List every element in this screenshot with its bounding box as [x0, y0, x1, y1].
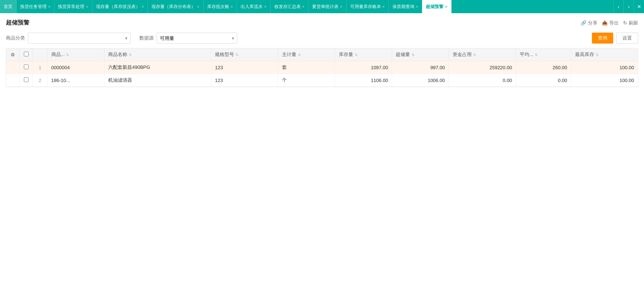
share-icon: 🔗 [581, 20, 586, 26]
datasource-select[interactable]: 可用量 [157, 33, 237, 44]
row-unit: 套 [278, 61, 335, 74]
page-header: 超储预警 🔗 分享 📤 导出 ↻ 刷新 [6, 19, 638, 27]
row-product-name: 六配套新昌490BPG [105, 61, 211, 74]
nav-tab-label: 可用量库存账本 [350, 4, 381, 10]
page-container: 超储预警 🔗 分享 📤 导出 ↻ 刷新 商品分类 ▾ [0, 13, 644, 293]
nav-tab-label: 超储预警 [426, 4, 443, 10]
sort-capital-icon: ⇅ [473, 53, 476, 57]
nav-tab-quality-check[interactable]: 保质期查询× [389, 0, 422, 13]
nav-tab-label: 要货单统计表 [312, 4, 339, 10]
th-gear[interactable]: ⚙ [6, 48, 19, 61]
nav-tab-overstock-warning[interactable]: 超储预警× [422, 0, 451, 13]
row-max-stock: 100.00 [571, 61, 638, 74]
header-actions: 🔗 分享 📤 导出 ↻ 刷新 [581, 20, 638, 26]
close-tab-icon[interactable]: × [340, 4, 342, 9]
sort-product-code-icon: ⇅ [66, 53, 69, 57]
page-title: 超储预警 [6, 19, 29, 27]
query-button[interactable]: 查询 [592, 33, 613, 44]
sort-avg-icon: ⇅ [535, 53, 538, 57]
share-action[interactable]: 🔗 分享 [581, 20, 597, 26]
th-overstock[interactable]: 超储量 ⇅ [392, 48, 449, 61]
nav-tab-exception[interactable]: 拣货异常处理× [54, 0, 92, 13]
close-tab-icon[interactable]: × [416, 4, 418, 9]
row-avg: 0.00 [516, 74, 571, 87]
nav-tab-stock-dist[interactable]: 现存量（库存分布表）× [148, 0, 203, 13]
table-body: 1 0000004 六配套新昌490BPG 123 套 1097.00 997.… [6, 61, 638, 87]
refresh-icon: ↻ [623, 20, 627, 26]
nav-tab-inout-flow[interactable]: 出入库流水× [237, 0, 270, 13]
th-product-name[interactable]: 商品名称 ⇅ [105, 48, 211, 61]
filter-row: 商品分类 ▾ 数据源 可用量 ▾ 查询 设置 [6, 33, 638, 44]
th-product-code[interactable]: 商品... ⇅ [47, 48, 105, 61]
th-stock[interactable]: 库存量 ⇅ [335, 48, 392, 61]
close-tab-icon[interactable]: × [383, 4, 385, 9]
nav-tab-label: 现存量（库存状况表） [96, 4, 140, 10]
row-capital: 0.00 [449, 74, 516, 87]
th-capital[interactable]: 资金占用 ⇅ [449, 48, 516, 61]
nav-tab-stock-status[interactable]: 现存量（库存状况表）× [92, 0, 148, 13]
close-tab-icon[interactable]: × [264, 4, 266, 9]
category-filter-group: 商品分类 ▾ [6, 33, 131, 44]
row-spec: 123 [211, 61, 278, 74]
sort-product-name-icon: ⇅ [129, 53, 132, 57]
sort-max-stock-icon: ⇅ [596, 53, 599, 57]
th-spec[interactable]: 规格型号 ⇅ [211, 48, 278, 61]
nav-tab-avail-ledger[interactable]: 可用量库存账本× [347, 0, 389, 13]
select-all-checkbox[interactable] [24, 52, 29, 56]
sort-unit-icon: ⇅ [298, 53, 301, 57]
nav-tab-label: 保质期查询 [392, 4, 414, 10]
sort-spec-icon: ⇅ [235, 53, 238, 57]
nav-right-arrow[interactable]: › [623, 0, 634, 13]
nav-arrows: ‹ › ✕ [613, 0, 644, 13]
close-tab-icon[interactable]: × [302, 4, 304, 9]
nav-tab-label: 出入库流水 [241, 4, 263, 10]
close-tab-icon[interactable]: × [86, 4, 88, 9]
sort-stock-icon: ⇅ [355, 53, 358, 57]
close-tab-icon[interactable]: × [142, 4, 144, 9]
table-row: 2 186-10... 机油滤清器 123 个 1106.00 1006.00 … [6, 74, 638, 87]
data-table: ⚙ 商品... ⇅ 商品名称 [6, 48, 638, 87]
th-checkbox[interactable] [19, 48, 33, 61]
row-index-cell: 1 [33, 61, 47, 74]
row-stock: 1097.00 [335, 61, 392, 74]
export-action[interactable]: 📤 导出 [602, 20, 619, 26]
filter-actions: 查询 设置 [592, 33, 638, 44]
nav-tab-home[interactable]: 首页 [0, 0, 17, 13]
nav-tab-recv-send[interactable]: 收发存汇总表× [271, 0, 308, 13]
gear-icon: ⚙ [11, 52, 15, 58]
close-tab-icon[interactable]: × [445, 4, 447, 9]
nav-tab-order-stat[interactable]: 要货单统计表× [308, 0, 346, 13]
row-product-name: 机油滤清器 [105, 74, 211, 87]
row-checkbox-cell[interactable] [19, 61, 33, 74]
row-checkbox[interactable] [24, 64, 29, 69]
row-checkbox-cell[interactable] [19, 74, 33, 87]
nav-tab-label: 首页 [4, 4, 12, 10]
category-select[interactable] [28, 33, 131, 44]
th-avg[interactable]: 平均... ⇅ [516, 48, 571, 61]
row-product-code: 0000004 [47, 61, 105, 74]
nav-tab-label: 现存量（库存分布表） [151, 4, 195, 10]
nav-left-arrow[interactable]: ‹ [613, 0, 623, 13]
sort-overstock-icon: ⇅ [411, 53, 414, 57]
refresh-action[interactable]: ↻ 刷新 [623, 20, 638, 26]
row-avg: 260.00 [516, 61, 571, 74]
nav-tab-label: 拣货异常处理 [58, 4, 84, 10]
datasource-filter-group: 数据源 可用量 ▾ [139, 33, 237, 44]
close-tab-icon[interactable]: × [231, 4, 233, 9]
category-label: 商品分类 [6, 35, 25, 41]
nav-close-arrow[interactable]: ✕ [634, 0, 644, 13]
row-overstock: 997.00 [392, 61, 449, 74]
close-tab-icon[interactable]: × [48, 4, 50, 9]
table-row: 1 0000004 六配套新昌490BPG 123 套 1097.00 997.… [6, 61, 638, 74]
row-overstock: 1006.00 [392, 74, 449, 87]
row-product-code: 186-10... [47, 74, 105, 87]
close-tab-icon[interactable]: × [197, 4, 199, 9]
th-index [33, 48, 47, 61]
th-max-stock[interactable]: 最高库存 ⇅ [571, 48, 638, 61]
nav-tab-batch[interactable]: 库存批次账× [204, 0, 237, 13]
nav-tab-task-mgmt[interactable]: 拣货任务管理× [17, 0, 54, 13]
datasource-label: 数据源 [139, 35, 154, 41]
row-checkbox[interactable] [24, 77, 29, 82]
th-unit[interactable]: 主计量 ⇅ [278, 48, 335, 61]
settings-button[interactable]: 设置 [616, 33, 638, 44]
